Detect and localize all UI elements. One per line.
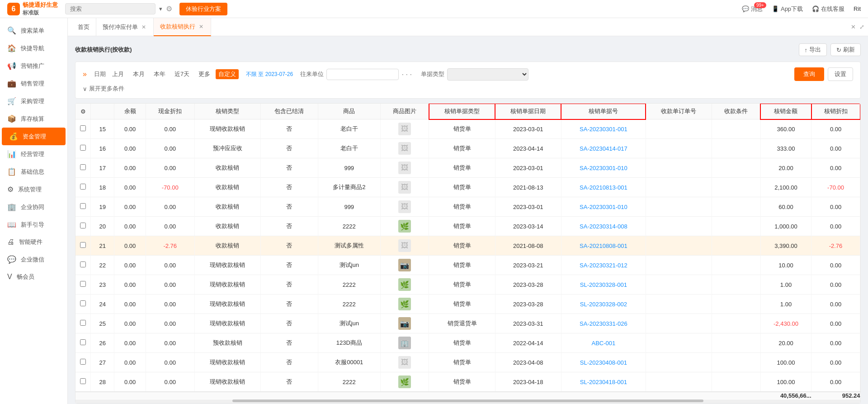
last-7days-opt[interactable]: 近7天 (171, 69, 193, 79)
th-settings[interactable]: ⚙ (75, 104, 91, 119)
service-btn[interactable]: 🎧 在线客服 (812, 5, 844, 13)
tab-prepay[interactable]: 预付冲应付单 ✕ (96, 18, 154, 36)
row-checkbox[interactable] (80, 125, 86, 131)
filter-settings-button[interactable]: 设置 (828, 67, 853, 81)
sidebar-item-marketing[interactable]: 📢 营销推广 (0, 57, 67, 75)
sidebar-item-finance[interactable]: 💰 资金管理 (2, 128, 66, 145)
row-checkbox[interactable] (80, 339, 86, 345)
row-checkbox[interactable] (80, 378, 86, 384)
td-verify-no[interactable]: SL-20230418-001 (561, 372, 646, 392)
td-settings[interactable] (75, 333, 91, 353)
row-checkbox[interactable] (80, 281, 86, 287)
td-verify-no[interactable]: SA-20230301-001 (561, 119, 646, 139)
home-icon: 🏠 (7, 44, 16, 52)
td-verify-no[interactable]: SA-20230314-008 (561, 217, 646, 236)
sidebar-item-wechat[interactable]: 💬 企业微信 (0, 251, 67, 268)
custom-date-opt[interactable]: 自定义 (216, 69, 239, 79)
voucher-type-select[interactable] (447, 68, 528, 81)
row-checkbox[interactable] (80, 261, 86, 267)
td-verify-no[interactable]: SA-20230321-012 (561, 256, 646, 275)
tab-receipt-close[interactable]: ✕ (198, 23, 204, 31)
td-verify-no[interactable]: SA-20210808-001 (561, 236, 646, 256)
search-input[interactable] (65, 3, 156, 14)
td-settings[interactable] (75, 217, 91, 236)
td-settings[interactable] (75, 119, 91, 139)
partner-dots[interactable]: ··· (401, 70, 414, 79)
td-settings[interactable] (75, 275, 91, 295)
this-month-opt[interactable]: 本月 (129, 69, 148, 79)
td-verify-no[interactable]: SA-20210813-001 (561, 178, 646, 197)
more-date-opt[interactable]: 更多 (195, 69, 214, 79)
expand-conditions-btn[interactable]: ∨ 展开更多条件 (83, 85, 853, 93)
td-verify-amount: 1.00 (760, 275, 811, 295)
td-verify-no[interactable]: SA-20230301-010 (561, 197, 646, 217)
sidebar-item-purchase[interactable]: 🛒 采购管理 (0, 92, 67, 110)
row-checkbox[interactable] (80, 203, 86, 209)
guide-icon: 📖 (7, 220, 16, 229)
td-settings[interactable] (75, 236, 91, 256)
sidebar-item-inventory[interactable]: 📦 库存核算 (0, 110, 67, 128)
sidebar-item-sales[interactable]: 💼 销售管理 (0, 75, 67, 92)
row-checkbox[interactable] (80, 164, 86, 170)
td-settings[interactable] (75, 372, 91, 392)
row-checkbox[interactable] (80, 359, 86, 365)
tab-home[interactable]: 首页 (71, 18, 96, 36)
tab-receipt[interactable]: 收款核销执行 ✕ (154, 18, 211, 36)
tab-expand-icon[interactable]: ⤢ (859, 24, 864, 30)
td-verify-no[interactable]: SL-20230408-001 (561, 353, 646, 372)
td-settings[interactable] (75, 158, 91, 178)
td-verify-no[interactable]: ABC-001 (561, 333, 646, 353)
partner-input[interactable] (326, 69, 399, 80)
query-button[interactable]: 查询 (794, 67, 824, 81)
sidebar-item-corp[interactable]: 🏢 企业协同 (0, 198, 67, 216)
app-download-btn[interactable]: 📱 App下载 (772, 5, 803, 13)
sidebar-item-member[interactable]: V 畅会员 (0, 268, 67, 285)
user-name[interactable]: Rit (854, 5, 861, 12)
td-verify-amount: 3,390.00 (760, 236, 811, 256)
td-verify-no[interactable]: SA-20230301-010 (561, 158, 646, 178)
sidebar-item-hardware[interactable]: 🖨 智能硬件 (0, 233, 67, 251)
sidebar-item-quicknav[interactable]: 🏠 快捷导航 (0, 39, 67, 57)
td-verify-no[interactable]: SL-20230328-001 (561, 275, 646, 295)
td-receipt-condition (712, 158, 761, 178)
td-settings[interactable] (75, 197, 91, 217)
td-verify-no[interactable]: SA-20230331-026 (561, 314, 646, 333)
refresh-button[interactable]: ↻ 刷新 (830, 43, 861, 56)
td-verify-no[interactable]: SL-20230328-002 (561, 295, 646, 314)
operations-icon: 📊 (7, 150, 16, 158)
filter-collapse-icon[interactable]: » (83, 70, 87, 78)
sidebar-item-guide[interactable]: 📖 新手引导 (0, 216, 67, 233)
horizontal-scrollbar[interactable] (75, 399, 860, 403)
td-verify-date: 2023-03-01 (495, 158, 561, 178)
export-button[interactable]: ↑ 导出 (799, 43, 827, 56)
tab-prepay-close[interactable]: ✕ (141, 23, 147, 31)
td-settings[interactable] (75, 295, 91, 314)
tab-close-all-icon[interactable]: ✕ (851, 24, 856, 30)
sidebar-item-baseinfo[interactable]: 📋 基础信息 (0, 163, 67, 181)
td-settings[interactable] (75, 353, 91, 372)
row-checkbox[interactable] (80, 184, 86, 190)
sidebar-item-operations[interactable]: 📊 经营管理 (0, 145, 67, 163)
sidebar-item-system[interactable]: ⚙ 系统管理 (0, 181, 67, 198)
row-checkbox[interactable] (80, 223, 86, 228)
td-cash-discount: 0.00 (146, 256, 194, 275)
row-checkbox[interactable] (80, 300, 86, 306)
td-verify-voucher-type: 销货单 (429, 139, 495, 158)
td-verify-no[interactable]: SA-20230414-017 (561, 139, 646, 158)
settings-icon[interactable]: ⚙ (166, 5, 172, 13)
row-checkbox[interactable] (80, 320, 86, 326)
sidebar-item-search[interactable]: 🔍 搜索菜单 (0, 22, 67, 39)
td-settings[interactable] (75, 256, 91, 275)
td-settings[interactable] (75, 314, 91, 333)
dropdown-btn[interactable]: ▾ (159, 5, 162, 12)
wechat-icon: 💬 (7, 255, 16, 264)
last-month-opt[interactable]: 上月 (108, 69, 127, 79)
industry-btn[interactable]: 休验行业方案 (179, 3, 227, 15)
td-settings[interactable] (75, 178, 91, 197)
row-checkbox[interactable] (80, 145, 86, 151)
date-range-text: 不限 至 2023-07-26 (246, 71, 293, 78)
row-checkbox[interactable] (80, 242, 86, 248)
this-year-opt[interactable]: 本年 (150, 69, 169, 79)
message-btn[interactable]: 💬 消息 99+ (742, 5, 763, 13)
td-settings[interactable] (75, 139, 91, 158)
